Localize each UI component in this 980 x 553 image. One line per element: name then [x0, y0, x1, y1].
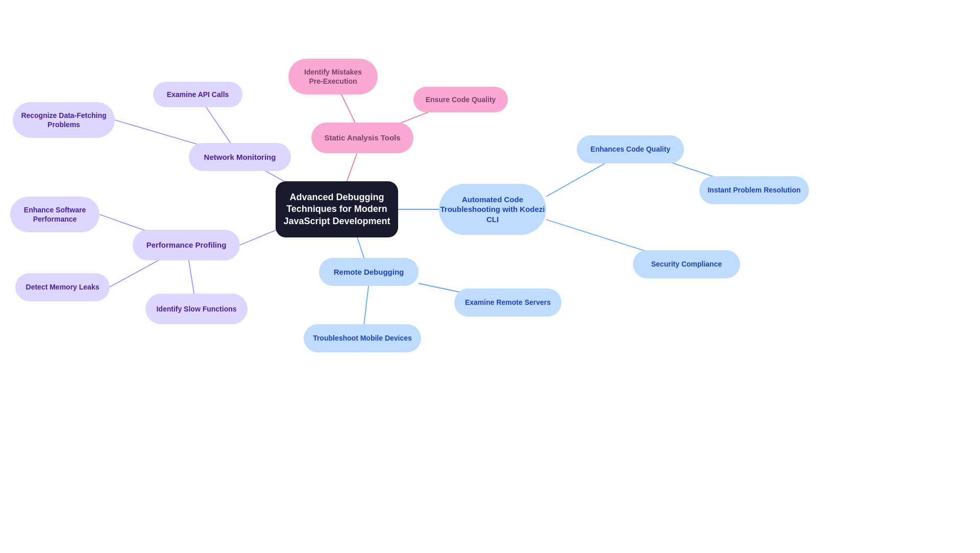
remote-debugging-node: Remote Debugging	[319, 258, 419, 286]
identify-mistakes-node: Identify Mistakes Pre-Execution	[288, 59, 378, 94]
static-analysis-tools-node: Static Analysis Tools	[311, 123, 413, 153]
enhances-code-quality-node: Enhances Code Quality	[577, 135, 684, 163]
automated-code-troubleshooting-node: Automated Code Troubleshooting with Kode…	[439, 184, 546, 235]
troubleshoot-mobile-devices-node: Troubleshoot Mobile Devices	[304, 324, 421, 352]
center-node: Advanced Debugging Techniques for Modern…	[276, 181, 398, 237]
performance-profiling-node: Performance Profiling	[133, 230, 240, 260]
recognize-data-fetching-node: Recognize Data-Fetching Problems	[13, 102, 115, 138]
instant-problem-resolution-node: Instant Problem Resolution	[699, 176, 809, 204]
identify-slow-functions-node: Identify Slow Functions	[145, 294, 248, 324]
examine-api-calls-node: Examine API Calls	[153, 82, 242, 107]
ensure-code-quality-node: Ensure Code Quality	[413, 87, 508, 112]
examine-remote-servers-node: Examine Remote Servers	[454, 288, 561, 317]
network-monitoring-node: Network Monitoring	[189, 143, 291, 171]
enhance-software-performance-node: Enhance Software Performance	[10, 197, 100, 232]
detect-memory-leaks-node: Detect Memory Leaks	[15, 273, 110, 301]
security-compliance-node: Security Compliance	[633, 250, 740, 278]
